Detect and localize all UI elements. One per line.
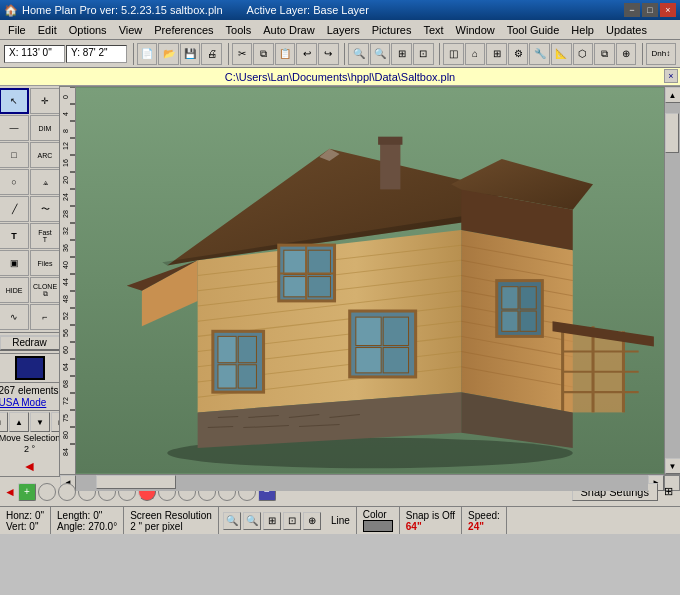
zoom-in-status[interactable]: 🔍	[223, 512, 241, 530]
menu-item-options[interactable]: Options	[63, 22, 113, 38]
scroll-up-arrow[interactable]: ▲	[665, 87, 681, 103]
zoom-in-button[interactable]: 🔍	[348, 43, 369, 65]
canvas-with-rulers: ▲ ▼	[60, 87, 680, 474]
open-button[interactable]: 📂	[158, 43, 179, 65]
clone-tool[interactable]: CLONE⧉	[30, 277, 60, 303]
print-button[interactable]: 🖨	[201, 43, 222, 65]
poly-tool[interactable]: ⟁	[30, 169, 60, 195]
color-box[interactable]	[363, 520, 393, 532]
svg-rect-38	[502, 287, 518, 309]
toolbar-separator-5	[639, 43, 643, 65]
tool-row-7: ▣ Files	[0, 250, 60, 276]
tb-tool1[interactable]: ◫	[443, 43, 464, 65]
hide-tool[interactable]: HIDE	[0, 277, 29, 303]
svg-rect-23	[284, 277, 306, 297]
copy-button[interactable]: ⧉	[253, 43, 274, 65]
zoom-out-status[interactable]: 🔍	[243, 512, 261, 530]
circle-tool[interactable]: ○	[0, 169, 29, 195]
minimize-button[interactable]: −	[624, 3, 640, 17]
drawing-canvas[interactable]	[76, 87, 664, 474]
zoom-select-button[interactable]: ⊡	[413, 43, 434, 65]
bt-plus[interactable]: +	[18, 483, 36, 501]
diagonal-tool[interactable]: ╱	[0, 196, 29, 222]
cut-button[interactable]: ✂	[232, 43, 253, 65]
maximize-button[interactable]: □	[642, 3, 658, 17]
menu-item-window[interactable]: Window	[450, 22, 501, 38]
svg-rect-40	[502, 311, 518, 331]
scroll-track[interactable]	[665, 103, 681, 458]
crosshair-tool[interactable]: ✛	[30, 88, 60, 114]
tb-tool5[interactable]: 🔧	[529, 43, 550, 65]
tb-tool9[interactable]: ⊕	[616, 43, 637, 65]
nav-down[interactable]: ▼	[30, 412, 50, 432]
menu-item-edit[interactable]: Edit	[32, 22, 63, 38]
toolbar-separator-1	[130, 43, 134, 65]
rect-tool[interactable]: □	[0, 142, 29, 168]
menu-item-tool-guide[interactable]: Tool Guide	[501, 22, 566, 38]
corner-tool[interactable]: ⌐	[30, 304, 60, 330]
menu-item-file[interactable]: File	[2, 22, 32, 38]
arc-tool[interactable]: ARC	[30, 142, 60, 168]
left-toolbar: ↖ ✛ — DIM □ ARC ○ ⟁ ╱ 〜 T FastT ▣ Files …	[0, 86, 60, 476]
menu-item-auto-draw[interactable]: Auto Draw	[257, 22, 320, 38]
tb-tool6[interactable]: 📐	[551, 43, 572, 65]
zoom-out-button[interactable]: 🔍	[370, 43, 391, 65]
scroll-h-track[interactable]	[76, 475, 648, 491]
tb-tool4[interactable]: ⚙	[508, 43, 529, 65]
nav-right[interactable]: ►	[51, 412, 60, 432]
menu-item-view[interactable]: View	[113, 22, 149, 38]
menu-item-updates[interactable]: Updates	[600, 22, 653, 38]
fast-text-tool[interactable]: FastT	[30, 223, 60, 249]
tb-tool2[interactable]: ⌂	[465, 43, 486, 65]
menu-item-preferences[interactable]: Preferences	[148, 22, 219, 38]
color-swatch[interactable]	[15, 356, 45, 380]
dim-tool[interactable]: DIM	[30, 115, 60, 141]
zoom-section: 🔍 🔍 ⊞ ⊡ ⊕	[219, 512, 325, 530]
bottom-scrollbar[interactable]: ◄ ►	[60, 474, 680, 490]
menu-item-text[interactable]: Text	[417, 22, 449, 38]
snap-left-arrow[interactable]: ◄	[4, 485, 16, 499]
snap-expand-icon[interactable]: ⊞	[660, 484, 676, 500]
files-tool[interactable]: Files	[30, 250, 60, 276]
menu-item-pictures[interactable]: Pictures	[366, 22, 418, 38]
fill-tool[interactable]: ▣	[0, 250, 29, 276]
paste-button[interactable]: 📋	[275, 43, 296, 65]
dnh-button[interactable]: Dnh↕	[646, 43, 676, 65]
status-bar: Honz: 0" Vert: 0" Length: 0" Angle: 270.…	[0, 506, 680, 534]
line-tool[interactable]: —	[0, 115, 29, 141]
undo-button[interactable]: ↩	[296, 43, 317, 65]
color-label: Color	[363, 509, 393, 520]
menu-item-layers[interactable]: Layers	[321, 22, 366, 38]
vert-value: Vert: 0"	[6, 521, 44, 532]
scroll-h-thumb[interactable]	[96, 475, 176, 489]
zoom-reset-status[interactable]: ⊞	[263, 512, 281, 530]
zoom-tool-5[interactable]: ⊕	[303, 512, 321, 530]
tb-tool3[interactable]: ⊞	[486, 43, 507, 65]
zoom-area-status[interactable]: ⊡	[283, 512, 301, 530]
arrow-tool[interactable]: ↖	[0, 88, 29, 114]
filepath-bar: C:\Users\Lan\Documents\hppl\Data\Saltbox…	[0, 68, 680, 86]
scroll-down-arrow[interactable]: ▼	[665, 458, 681, 474]
menu-item-tools[interactable]: Tools	[220, 22, 258, 38]
nav-up[interactable]: ▲	[9, 412, 29, 432]
nav-left[interactable]: ◄	[0, 412, 8, 432]
wave-tool[interactable]: 〜	[30, 196, 60, 222]
menu-item-help[interactable]: Help	[565, 22, 600, 38]
redo-button[interactable]: ↪	[318, 43, 339, 65]
dot-2[interactable]	[58, 483, 76, 501]
zoom-all-button[interactable]: ⊞	[391, 43, 412, 65]
text-tool[interactable]: T	[0, 223, 29, 249]
close-button[interactable]: ×	[660, 3, 676, 17]
scroll-thumb[interactable]	[665, 113, 679, 153]
speed-section: Speed: 24"	[462, 507, 507, 534]
usa-mode-link[interactable]: USA Mode	[0, 397, 60, 408]
curve-tool[interactable]: ∿	[0, 304, 29, 330]
tb-tool7[interactable]: ⬡	[573, 43, 594, 65]
new-button[interactable]: 📄	[137, 43, 158, 65]
redraw-button[interactable]: Redraw	[0, 335, 60, 351]
dot-1[interactable]	[38, 483, 56, 501]
filepath-close[interactable]: ×	[664, 69, 678, 83]
tb-tool8[interactable]: ⧉	[594, 43, 615, 65]
save-button[interactable]: 💾	[180, 43, 201, 65]
right-scrollbar[interactable]: ▲ ▼	[664, 87, 680, 474]
